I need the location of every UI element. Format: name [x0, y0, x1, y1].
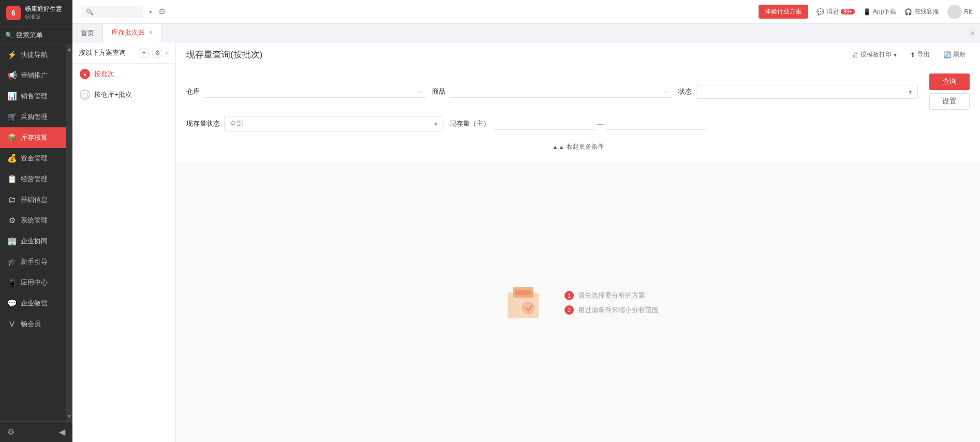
sidebar-item-finance[interactable]: 💰 资金管理 — [0, 148, 66, 169]
sidebar-item-system[interactable]: ⚙ 系统管理 — [0, 210, 66, 231]
nav-label-newbie: 新手引导 — [21, 257, 48, 267]
sidebar-item-wechat[interactable]: 💬 企业微信 — [0, 293, 66, 314]
refresh-icon: 🔄 — [943, 51, 951, 58]
page-header: 现存量查询(按批次) 🖨 按模板打印 ▾ ⬆ 导出 🔄 刷新 — [176, 42, 980, 66]
status-select[interactable]: ▾ — [696, 85, 918, 99]
schema-label-by-warehouse-batch: 按仓库+批次 — [94, 90, 132, 99]
nav-label-quick-nav: 快捷导航 — [21, 50, 48, 60]
quantity-dash: — — [597, 120, 604, 128]
warehouse-input-wrapper[interactable]: ··· — [204, 85, 426, 98]
sidebar-item-apps[interactable]: 📱 应用中心 — [0, 272, 66, 293]
page-title: 现存量查询(按批次) — [186, 49, 262, 61]
nav-icon-apps: 📱 — [7, 278, 17, 287]
main-area: 🔍 ▾ ⚙ 体验行业方案 💬 消息 99+ 📱 App下载 🎧 在线客服 — [72, 0, 980, 442]
app-download-item[interactable]: 📱 App下载 — [863, 7, 896, 16]
product-input-wrapper[interactable]: ··· — [450, 85, 672, 98]
tab-right-actions: × — [971, 29, 980, 37]
collapse-sidebar-icon[interactable]: ◀ — [59, 427, 65, 437]
sidebar-search[interactable]: 🔍 搜索菜单 — [0, 26, 72, 45]
nav-icon-basic: 🗂 — [7, 195, 17, 204]
sidebar-item-inventory[interactable]: 📦 库存核算 — [0, 127, 66, 148]
tip1-number: 1 — [565, 291, 574, 300]
status-dropdown-icon: ▾ — [909, 88, 912, 96]
filter-row-2: 现存量状态 全部 ▾ 现存量（主） — — [186, 116, 970, 131]
sidebar-item-newbie[interactable]: 🎓 新手引导 — [0, 252, 66, 272]
inventory-status-select[interactable]: 全部 ▾ — [224, 116, 443, 131]
header-gear-icon[interactable]: ⚙ — [158, 7, 166, 17]
filter-row-1: 仓库 ··· 商品 ··· — [186, 73, 970, 110]
refresh-label: 刷新 — [953, 50, 966, 59]
quantity-field: 现存量（主） — — [450, 117, 707, 130]
print-dropdown-icon[interactable]: ▾ — [894, 51, 897, 58]
close-all-tabs-icon[interactable]: × — [971, 29, 975, 37]
nav-icon-purchase: 🛒 — [7, 112, 17, 122]
online-service-label: 在线客服 — [914, 7, 939, 16]
quantity-min-input[interactable] — [497, 120, 592, 127]
tab-label-batch-ledger: 库存批次账 — [111, 28, 145, 37]
tab-home[interactable]: 首页 — [72, 24, 103, 42]
settings-schema-button[interactable]: ⚙ — [152, 48, 162, 58]
warehouse-label: 仓库 — [186, 87, 200, 96]
sidebar-item-marketing[interactable]: 📢 营销推广 — [0, 65, 66, 86]
product-more-icon[interactable]: ··· — [664, 88, 669, 95]
sidebar-item-operations[interactable]: 📋 经营管理 — [0, 169, 66, 189]
sidebar-item-quick-nav[interactable]: ⚡ 快捷导航 — [0, 45, 66, 65]
tab-close-batch-ledger[interactable]: × — [149, 29, 153, 36]
warehouse-more-icon[interactable]: ··· — [418, 88, 423, 95]
inventory-status-field: 现存量状态 全部 ▾ — [186, 116, 443, 131]
sidebar-item-enterprise[interactable]: 🏢 企业协同 — [0, 231, 66, 252]
top-header: 🔍 ▾ ⚙ 体验行业方案 💬 消息 99+ 📱 App下载 🎧 在线客服 — [72, 0, 980, 24]
warehouse-input[interactable] — [207, 87, 415, 95]
export-button[interactable]: ⬆ 导出 — [906, 49, 934, 61]
nav-icon-system: ⚙ — [7, 216, 17, 225]
nav-label-operations: 经营管理 — [21, 174, 48, 184]
header-search-bar[interactable]: 🔍 — [81, 6, 143, 18]
messages-item[interactable]: 💬 消息 99+ — [816, 7, 855, 16]
nav-label-inventory: 库存核算 — [21, 133, 48, 142]
status-field: 状态 ▾ — [678, 85, 918, 99]
scroll-down-arrow[interactable]: ▼ — [67, 414, 72, 419]
settings-icon[interactable]: ⚙ — [7, 427, 14, 437]
schema-item-by-batch[interactable]: ● 按批次 — [72, 64, 175, 84]
collapse-panel-icon[interactable]: « — [166, 49, 169, 56]
quantity-min-wrapper[interactable] — [494, 117, 595, 130]
online-service-item[interactable]: 🎧 在线客服 — [904, 7, 939, 16]
nav-label-wechat: 企业微信 — [21, 299, 48, 308]
quantity-max-wrapper[interactable] — [606, 117, 707, 130]
add-schema-button[interactable]: + — [139, 48, 149, 58]
refresh-button[interactable]: 🔄 刷新 — [939, 49, 970, 61]
set-button[interactable]: 设置 — [929, 93, 970, 110]
schema-item-by-warehouse-batch[interactable]: ◯ 按仓库+批次 — [72, 84, 175, 105]
tab-batch-ledger[interactable]: 库存批次账× — [103, 24, 161, 42]
app-title-block: 畅康通好生意 标准版 — [25, 5, 62, 21]
left-panel-header-actions: + ⚙ « — [139, 48, 169, 58]
sidebar-item-sales[interactable]: 📊 销售管理 — [0, 86, 66, 107]
query-button[interactable]: 查询 — [929, 73, 970, 90]
schema-label-by-batch: 按批次 — [94, 69, 114, 79]
product-input[interactable] — [453, 87, 661, 95]
user-avatar — [947, 5, 962, 19]
nav-label-marketing: 营销推广 — [21, 71, 48, 80]
tip2-text: 用过滤条件来缩小分析范围 — [578, 305, 659, 315]
sidebar-item-basic[interactable]: 🗂 基础信息 — [0, 189, 66, 210]
right-section: 现存量查询(按批次) 🖨 按模板打印 ▾ ⬆ 导出 🔄 刷新 — [176, 42, 980, 442]
sidebar: 6 畅康通好生意 标准版 🔍 搜索菜单 ⚡ 快捷导航 📢 营销推广 📊 销售管理… — [0, 0, 72, 442]
header-dropdown-icon[interactable]: ▾ — [149, 8, 152, 16]
user-avatar-item[interactable]: Rit — [947, 5, 972, 19]
nav-icon-inventory: 📦 — [7, 133, 17, 142]
search-icon: 🔍 — [5, 32, 13, 39]
print-label: 按模板打印 — [860, 50, 892, 59]
nav-label-enterprise: 企业协同 — [21, 237, 48, 246]
try-industry-button[interactable]: 体验行业方案 — [759, 5, 808, 19]
sidebar-item-purchase[interactable]: 🛒 采购管理 — [0, 107, 66, 127]
headset-icon: 🎧 — [904, 8, 912, 16]
sidebar-header: 6 畅康通好生意 标准版 — [0, 0, 72, 26]
messages-badge: 99+ — [841, 9, 855, 14]
scroll-up-arrow[interactable]: ▲ — [67, 47, 72, 52]
header-left: 🔍 ▾ ⚙ — [81, 6, 166, 18]
collapse-more-button[interactable]: ▲▲ 收起更多条件 — [186, 138, 970, 155]
quantity-max-input[interactable] — [609, 120, 704, 127]
print-template-button[interactable]: 🖨 按模板打印 ▾ — [848, 49, 901, 61]
empty-state-icon — [497, 277, 549, 329]
sidebar-item-member[interactable]: V 畅会员 — [0, 314, 66, 334]
